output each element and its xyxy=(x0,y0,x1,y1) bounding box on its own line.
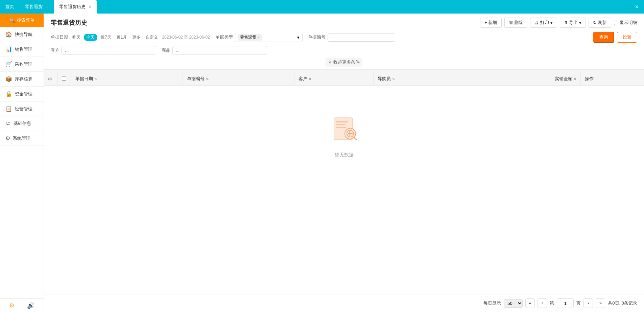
table-header-date: 单据日期 ⇅ xyxy=(71,72,183,86)
header-amount-label: 实销金额 xyxy=(555,76,572,82)
sidebar-item-purchase[interactable]: 🛒 采购管理 xyxy=(0,57,44,72)
total-info: 共0页, 0条记录 xyxy=(608,300,637,306)
sort-customer[interactable]: 客户 ⇅ xyxy=(299,76,369,82)
export-button[interactable]: ⬆ 导出 ▾ xyxy=(560,18,586,28)
date-opt-today[interactable]: 今天 xyxy=(84,34,97,41)
table-header-bill-no: 单据编号 ⇅ xyxy=(183,72,294,86)
prev-page-button[interactable]: ‹ xyxy=(538,298,547,308)
svg-rect-1 xyxy=(336,121,348,122)
per-page-label: 每页显示 xyxy=(483,300,501,306)
sidebar-item-sales[interactable]: 📊 销售管理 xyxy=(0,42,44,57)
tab-home[interactable]: 首页 xyxy=(0,0,20,14)
display-detail-label: 显示明细 xyxy=(620,20,637,26)
nav-tabs: 首页 零售退货 × 零售退货历史 × xyxy=(0,0,629,14)
date-opt-7days[interactable]: 近7天 xyxy=(99,34,113,41)
sort-guide[interactable]: 导购员 ⇅ xyxy=(378,76,464,82)
filter-date-label: 单据日期 xyxy=(51,34,68,40)
sort-amount-icon: ⇅ xyxy=(574,77,576,81)
sort-bill-no[interactable]: 单据编号 ⇅ xyxy=(187,76,290,82)
page-number-input[interactable] xyxy=(557,298,574,308)
per-page-select[interactable]: 10 20 50 100 xyxy=(504,299,523,308)
filter-customer-input[interactable] xyxy=(62,46,156,54)
table-settings-col: ⚙ xyxy=(44,72,57,86)
bill-type-select-arrow: ▾ xyxy=(297,35,300,40)
refresh-button[interactable]: ↻ 刷新 xyxy=(589,18,611,28)
print-button[interactable]: 🖨 打印 ▾ xyxy=(530,18,557,28)
bill-type-tag-remove[interactable]: × xyxy=(258,35,260,39)
new-button[interactable]: + 新增 xyxy=(480,18,501,28)
date-opt-yesterday[interactable]: 昨天 xyxy=(70,34,82,41)
empty-state-illustration xyxy=(327,113,361,147)
sort-bill-no-icon: ⇅ xyxy=(206,77,209,81)
first-page-button[interactable]: « xyxy=(525,298,535,308)
tab-retail-return[interactable]: 零售退货 × xyxy=(20,0,54,14)
tab-retail-return-history-close[interactable]: × xyxy=(89,4,91,9)
page-title: 零售退货历史 xyxy=(51,19,87,27)
filter-row-2: 客户 商品 xyxy=(51,46,637,54)
date-opt-more[interactable]: 更多 xyxy=(130,34,142,41)
sidebar-item-operations[interactable]: 📋 经营管理 xyxy=(0,102,44,116)
sidebar-item-finance[interactable]: 🔒 资金管理 xyxy=(0,87,44,102)
page-header: 零售退货历史 + 新增 🗑 删除 🖨 打印 ▾ ⬆ 导出 ▾ xyxy=(44,14,644,70)
sidebar-footer: ⚙ 🔊 xyxy=(0,298,44,312)
tab-retail-return-history[interactable]: 零售退货历史 × xyxy=(54,0,97,14)
tab-retail-return-close[interactable]: × xyxy=(46,4,48,9)
sort-amount[interactable]: 实销金额 ⇅ xyxy=(473,76,576,82)
search-icon: 🔍 xyxy=(9,18,15,23)
sidebar-search-button[interactable]: 🔍 搜索菜单 xyxy=(0,14,44,27)
table-header-amount: 实销金额 ⇅ xyxy=(469,72,580,86)
table-select-all-checkbox[interactable] xyxy=(62,76,66,81)
filter-bill-type-label: 单据类型 xyxy=(215,34,233,40)
tab-retail-return-history-label: 零售退货历史 xyxy=(59,4,86,10)
next-page-button[interactable]: › xyxy=(583,298,593,308)
filter-bill-no-input[interactable] xyxy=(328,33,395,42)
sort-date-icon: ⇅ xyxy=(94,77,97,81)
date-opt-1month[interactable]: 近1月 xyxy=(115,34,129,41)
query-button[interactable]: 查询 xyxy=(593,32,614,43)
sidebar-item-label: 销售管理 xyxy=(15,46,32,52)
sidebar-item-label: 基础信息 xyxy=(14,120,31,127)
sidebar-item-system[interactable]: ⚙ 系统管理 xyxy=(0,131,44,146)
filter-goods-input[interactable] xyxy=(172,46,267,54)
operations-icon: 📋 xyxy=(5,106,12,112)
collapse-button[interactable]: ∧ 收起更多条件 xyxy=(326,58,362,67)
filter-customer-label: 客户 xyxy=(51,47,59,53)
delete-button[interactable]: 🗑 删除 xyxy=(504,18,528,28)
window-close-button[interactable]: × xyxy=(629,3,644,10)
table-settings-icon[interactable]: ⚙ xyxy=(48,76,52,82)
home-icon: 🏠 xyxy=(5,31,12,38)
sidebar-item-inventory[interactable]: 📦 库存核算 xyxy=(0,72,44,87)
top-nav-bar: 首页 零售退货 × 零售退货历史 × × xyxy=(0,0,644,14)
last-page-button[interactable]: » xyxy=(596,298,605,308)
filter-goods-label: 商品 xyxy=(162,47,170,53)
display-detail-checkbox[interactable] xyxy=(614,21,618,25)
new-button-label: + 新增 xyxy=(484,20,497,26)
tab-retail-return-label: 零售退货 xyxy=(25,4,43,10)
delete-button-label: 🗑 删除 xyxy=(509,20,523,26)
date-opt-custom[interactable]: 自定义 xyxy=(144,34,160,41)
table-checkbox-col xyxy=(57,72,71,86)
sidebar-settings-icon[interactable]: ⚙ xyxy=(9,302,15,309)
export-button-label: ⬆ 导出 xyxy=(564,20,578,26)
sidebar-item-label: 经营管理 xyxy=(15,106,32,112)
sort-date[interactable]: 单据日期 ⇅ xyxy=(75,76,178,82)
svg-line-6 xyxy=(354,137,356,140)
sidebar-item-label: 采购管理 xyxy=(15,61,32,67)
sort-customer-icon: ⇅ xyxy=(309,77,311,81)
collapse-row: ∧ 收起更多条件 xyxy=(51,58,637,67)
filter-area: 单据日期 昨天 今天 近7天 近1月 更多 自定义 2023-06-02 至 2… xyxy=(51,32,637,67)
table-header-actions: 操作 xyxy=(580,72,644,86)
filter-bill-type: 单据类型 零售退货 × ▾ xyxy=(215,33,303,42)
sidebar-audio-icon[interactable]: 🔊 xyxy=(27,302,34,309)
empty-text: 暂无数据 xyxy=(335,152,354,158)
settings-button[interactable]: 设置 xyxy=(617,32,637,43)
filter-goods: 商品 xyxy=(162,46,267,54)
sidebar-item-basic-info[interactable]: 🗂 基础信息 xyxy=(0,116,44,131)
filter-bill-type-select[interactable]: 零售退货 × ▾ xyxy=(235,33,303,42)
sidebar-menu: 🏠 快捷导航 📊 销售管理 🛒 采购管理 📦 库存核算 🔒 资金管理 📋 xyxy=(0,27,44,298)
sidebar-item-quick-nav[interactable]: 🏠 快捷导航 xyxy=(0,27,44,42)
filter-date-range: 2023-06-02 至 2023-06-02 xyxy=(162,35,210,40)
svg-rect-3 xyxy=(336,127,346,128)
purchase-icon: 🛒 xyxy=(5,61,12,67)
header-guide-label: 导购员 xyxy=(378,76,391,82)
